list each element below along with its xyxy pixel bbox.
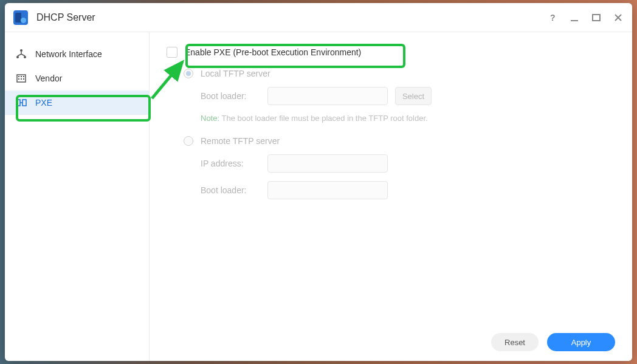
ip-address-label: IP address:	[201, 159, 267, 168]
svg-point-4	[16, 56, 19, 58]
local-tftp-radio[interactable]	[184, 69, 193, 78]
sidebar-item-label: PXE	[35, 98, 52, 108]
local-tftp-row: Local TFTP server	[184, 69, 615, 78]
boot-loader-input[interactable]	[267, 87, 388, 105]
note-text: The boot loader file must be placed in t…	[219, 114, 428, 123]
svg-rect-1	[571, 20, 578, 21]
apply-button[interactable]: Apply	[547, 333, 615, 351]
note-row: Note: The boot loader file must be place…	[184, 114, 615, 123]
enable-pxe-row: Enable PXE (Pre-boot Execution Environme…	[167, 47, 615, 58]
maximize-icon[interactable]	[591, 12, 602, 23]
close-icon[interactable]	[613, 12, 624, 23]
window-controls: ?	[547, 12, 624, 23]
boot-loader2-label: Boot loader:	[201, 185, 267, 195]
svg-rect-10	[18, 78, 19, 80]
svg-rect-2	[593, 15, 600, 21]
sidebar-item-label: Network Interface	[35, 49, 102, 59]
remote-tftp-label: Remote TFTP server	[201, 136, 280, 146]
footer: Reset Apply	[167, 325, 615, 351]
svg-text:?: ?	[550, 13, 556, 22]
app-window: DHCP Server ? Network Interface	[5, 3, 632, 361]
sidebar-item-label: Vendor	[35, 74, 62, 83]
enable-pxe-label: Enable PXE (Pre-boot Execution Environme…	[185, 47, 361, 57]
ip-address-input[interactable]	[267, 154, 388, 173]
svg-point-3	[20, 49, 22, 52]
svg-rect-7	[18, 76, 19, 77]
svg-point-5	[24, 56, 26, 58]
note-label: Note:	[201, 114, 219, 123]
svg-rect-11	[21, 78, 22, 80]
reset-button[interactable]: Reset	[491, 333, 539, 351]
select-button[interactable]: Select	[395, 87, 432, 105]
network-interface-icon	[16, 49, 27, 60]
enable-pxe-checkbox[interactable]	[167, 47, 177, 58]
boot-loader-row: Boot loader: Select	[184, 87, 615, 105]
boot-loader-label: Boot loader:	[201, 91, 267, 101]
minimize-icon[interactable]	[569, 12, 580, 23]
window-body: Network Interface Vendor PXE Enable PXE …	[5, 32, 632, 361]
app-icon	[13, 10, 28, 25]
main-panel: Enable PXE (Pre-boot Execution Environme…	[150, 32, 632, 361]
remote-tftp-radio[interactable]	[184, 136, 193, 146]
boot-loader2-row: Boot loader:	[184, 181, 615, 199]
svg-rect-13	[16, 100, 20, 106]
remote-tftp-row: Remote TFTP server	[184, 136, 615, 146]
local-tftp-label: Local TFTP server	[201, 69, 270, 78]
ip-address-row: IP address:	[184, 154, 615, 173]
pxe-icon	[16, 97, 27, 108]
help-icon[interactable]: ?	[547, 12, 558, 23]
svg-rect-9	[23, 76, 24, 77]
sidebar-item-vendor[interactable]: Vendor	[5, 66, 149, 91]
vendor-icon	[16, 73, 27, 84]
pxe-options: Local TFTP server Boot loader: Select No…	[167, 69, 615, 208]
titlebar: DHCP Server ?	[5, 3, 632, 32]
sidebar-item-network-interface[interactable]: Network Interface	[5, 42, 149, 66]
boot-loader2-input[interactable]	[267, 181, 388, 199]
window-title: DHCP Server	[36, 12, 95, 23]
svg-rect-12	[23, 78, 24, 80]
sidebar-item-pxe[interactable]: PXE	[5, 91, 149, 115]
svg-rect-14	[22, 100, 26, 106]
sidebar: Network Interface Vendor PXE	[5, 32, 150, 361]
svg-rect-8	[21, 76, 22, 77]
